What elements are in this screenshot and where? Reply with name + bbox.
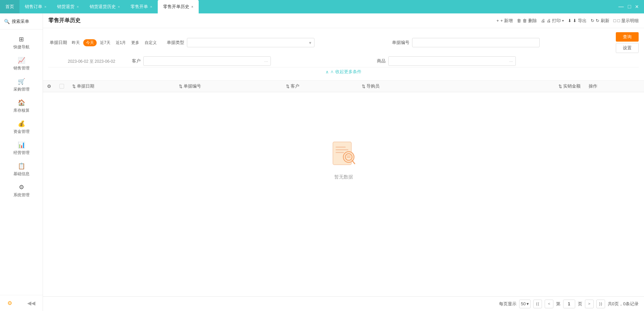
- next-page-btn[interactable]: ＞: [585, 300, 594, 308]
- sidebar-item-system[interactable]: ⚙ 系统管理: [0, 180, 43, 201]
- window-controls: — □ ×: [618, 3, 644, 10]
- display-detail-button[interactable]: □ □ 显示明细: [613, 18, 639, 24]
- quick-nav-icon: ⊞: [19, 36, 24, 43]
- finance-icon: 💰: [18, 120, 25, 127]
- export-icon: ⬇: [568, 18, 572, 23]
- goods-input[interactable]: ···: [388, 56, 516, 66]
- refresh-icon: ↻: [591, 18, 594, 23]
- sort-date-icon[interactable]: ⇅ 单据日期: [72, 83, 171, 89]
- last-page-btn[interactable]: ⟩⟩: [596, 300, 605, 308]
- refresh-button[interactable]: ↻ ↻ 刷新: [591, 18, 609, 24]
- tab-sales-return[interactable]: 销货退货 ×: [52, 0, 84, 13]
- customer-input[interactable]: ···: [143, 56, 271, 66]
- first-page-btn[interactable]: ⟨⟨: [533, 300, 542, 308]
- page-header: 零售开单历史 + + 新增 🗑 🗑 删除 🖨 🖨 打印 ▾ ⬇ ⬇ 导出: [43, 13, 644, 28]
- tab-retail-open-history[interactable]: 零售开单历史 ×: [158, 0, 199, 13]
- query-button[interactable]: 查询: [616, 32, 639, 42]
- search-order[interactable]: 🔍 搜索采单: [0, 13, 43, 30]
- pagination: 每页显示 50 ▾ ⟨⟨ ＜ 第 页 ＞ ⟩⟩ 共0页，0条记录: [43, 296, 644, 311]
- print-icon: 🖨: [541, 18, 545, 23]
- page-label: 第: [556, 301, 560, 307]
- number-filter-label: 单据编号: [391, 40, 409, 46]
- date-range-display: 2023-06-02 至 2023-06-02: [68, 59, 115, 64]
- date-btn-7days[interactable]: 近7天: [98, 39, 112, 46]
- sidebar-item-quick-nav[interactable]: ⊞ 快捷导航: [0, 32, 43, 53]
- top-nav: 首页 销售订单 × 销货退货 × 销货退货历史 × 零售开单 × 零售开单历史 …: [0, 0, 644, 13]
- date-btn-yesterday[interactable]: 昨天: [70, 39, 82, 46]
- per-page-label: 每页显示: [499, 301, 516, 307]
- goods-filter-label: 商品: [367, 58, 386, 64]
- page-suffix: 页: [578, 301, 582, 307]
- sales-icon: 📈: [18, 57, 25, 64]
- date-btn-custom[interactable]: 自定义: [143, 39, 159, 46]
- sidebar-item-purchase-mgmt[interactable]: 🛒 采购管理: [0, 74, 43, 96]
- number-input[interactable]: [412, 38, 540, 47]
- sidebar-item-sales-mgmt[interactable]: 📈 销售管理: [0, 53, 43, 74]
- settings-icon[interactable]: ⚙: [7, 300, 12, 306]
- select-all-checkbox[interactable]: [59, 84, 64, 89]
- restore-btn[interactable]: □: [628, 4, 631, 10]
- tab-bar: 首页 销售订单 × 销货退货 × 销货退货历史 × 零售开单 × 零售开单历史 …: [0, 0, 618, 13]
- delete-button[interactable]: 🗑 🗑 删除: [517, 18, 537, 24]
- table-area: ⚙ ⇅ 单据日期: [43, 81, 644, 296]
- empty-state: 暂无数据: [43, 92, 644, 226]
- table-header-row: ⚙ ⇅ 单据日期: [43, 81, 644, 92]
- th-spacer: [449, 81, 478, 92]
- customer-filter-label: 客户: [122, 58, 141, 64]
- settings-button[interactable]: 设置: [616, 43, 639, 53]
- svg-rect-1: [336, 147, 346, 148]
- date-quick-buttons: 昨天 今天 近7天 近1月 更多 自定义: [70, 39, 159, 46]
- print-chevron-icon: ▾: [562, 19, 564, 22]
- sidebar-item-finance[interactable]: 💰 资金管理: [0, 117, 43, 138]
- type-select[interactable]: ▾: [187, 38, 314, 47]
- empty-text: 暂无数据: [334, 174, 353, 180]
- system-icon: ⚙: [19, 184, 24, 191]
- table-settings-icon[interactable]: ⚙: [47, 84, 51, 89]
- checkbox-col-header: [55, 81, 68, 92]
- customer-filter: 客户 ···: [122, 56, 360, 66]
- sort-customer-icon[interactable]: ⇅ 客户: [286, 83, 354, 89]
- svg-line-6: [352, 160, 355, 164]
- tab-retail-open[interactable]: 零售开单 ×: [125, 0, 157, 13]
- close-tab-retail-open-history[interactable]: ×: [191, 5, 193, 9]
- total-records: 共0页，0条记录: [608, 301, 639, 307]
- tab-sales-return-history[interactable]: 销货退货历史 ×: [84, 0, 125, 13]
- export-button[interactable]: ⬇ ⬇ 导出: [568, 18, 587, 24]
- close-btn[interactable]: ×: [635, 3, 639, 10]
- tab-sales-order[interactable]: 销售订单 ×: [19, 0, 52, 13]
- per-page-chevron-icon: ▾: [527, 301, 529, 306]
- sidebar-item-basic-info[interactable]: 📋 基础信息: [0, 159, 43, 180]
- sort-number-icon[interactable]: ⇅ 单据编号: [179, 83, 278, 89]
- minimize-btn[interactable]: —: [618, 4, 624, 10]
- tab-home[interactable]: 首页: [0, 0, 19, 13]
- page-number-input[interactable]: [563, 300, 575, 308]
- sidebar-item-operation[interactable]: 📊 经营管理: [0, 138, 43, 159]
- data-table: ⚙ ⇅ 单据日期: [43, 81, 644, 92]
- goods-dots-icon: ···: [509, 59, 513, 64]
- close-tab-sales-return-history[interactable]: ×: [118, 5, 120, 9]
- sidebar-item-inventory[interactable]: 🏠 库存核算: [0, 96, 43, 117]
- date-btn-1month[interactable]: 近1月: [114, 39, 128, 46]
- date-filter: 单据日期 昨天 今天 近7天 近1月 更多 自定义: [48, 39, 159, 46]
- print-button[interactable]: 🖨 🖨 打印 ▾: [541, 18, 564, 24]
- operation-icon: 📊: [18, 141, 25, 149]
- main-layout: 🔍 搜索采单 ⊞ 快捷导航 📈 销售管理 🛒 采购管理 🏠 库存核算 💰: [0, 13, 644, 311]
- chevron-down-icon: ▾: [309, 40, 311, 45]
- close-tab-retail-open[interactable]: ×: [150, 5, 152, 9]
- action-buttons: 查询 设置: [616, 32, 639, 53]
- sort-salesperson-icon[interactable]: ⇅ 导购员: [362, 83, 445, 89]
- collapse-sidebar-icon[interactable]: ◀◀: [27, 300, 35, 306]
- add-button[interactable]: + + 新增: [496, 18, 513, 24]
- date-filter-label: 单据日期: [48, 40, 67, 46]
- close-tab-sales-return[interactable]: ×: [77, 5, 79, 9]
- search-icon: 🔍: [4, 19, 10, 24]
- goods-filter: 商品 ···: [367, 56, 605, 66]
- svg-rect-3: [336, 152, 344, 153]
- collapse-more-conditions[interactable]: ∧ ∧ 收起更多条件: [48, 67, 639, 76]
- date-btn-more[interactable]: 更多: [129, 39, 141, 46]
- prev-page-btn[interactable]: ＜: [545, 300, 553, 308]
- close-tab-sales-order[interactable]: ×: [44, 5, 46, 9]
- sort-amount-icon[interactable]: ⇅ 实销金额: [482, 83, 581, 89]
- date-btn-today[interactable]: 今天: [83, 39, 97, 46]
- per-page-select[interactable]: 50 ▾: [519, 300, 530, 308]
